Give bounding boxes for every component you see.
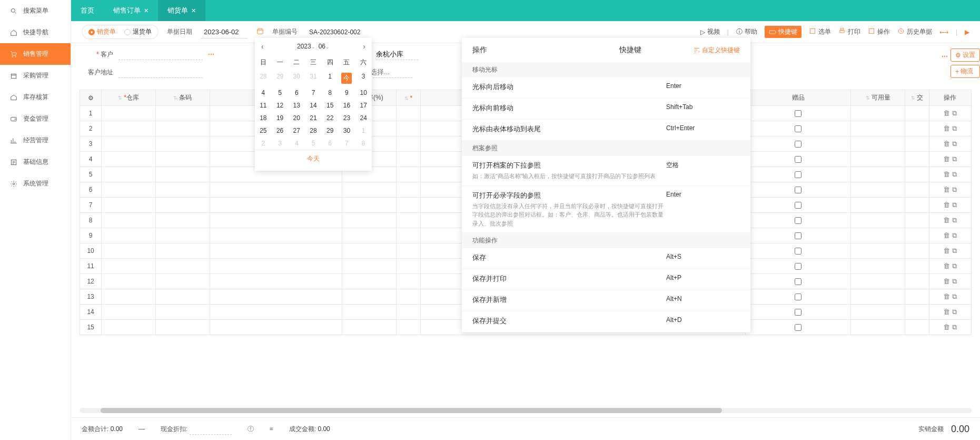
cal-day[interactable]: 15 xyxy=(322,99,339,112)
cal-day[interactable]: 8 xyxy=(322,86,339,99)
col-header[interactable]: 交 xyxy=(917,94,923,101)
close-icon[interactable]: ✕ xyxy=(144,7,149,14)
cal-day[interactable]: 22 xyxy=(322,112,339,124)
help-link[interactable]: ⓘ帮助 xyxy=(736,27,757,36)
cal-day[interactable]: 7 xyxy=(305,86,322,99)
cal-day[interactable]: 28 xyxy=(305,124,322,137)
delete-icon[interactable]: 🗑 xyxy=(943,262,950,270)
gift-checkbox[interactable] xyxy=(795,171,801,178)
cal-day[interactable]: 7 xyxy=(339,137,355,150)
radio-sales[interactable]: 销货单 xyxy=(88,27,116,36)
cal-day[interactable]: 31 xyxy=(305,70,322,86)
cal-today-link[interactable]: 今天 xyxy=(255,150,372,168)
cal-day[interactable]: 26 xyxy=(272,124,289,137)
gift-checkbox[interactable] xyxy=(795,324,801,331)
customer-input[interactable] xyxy=(118,48,203,60)
cal-day[interactable]: 18 xyxy=(255,112,272,124)
delete-icon[interactable]: 🗑 xyxy=(943,247,950,255)
more-form-icon[interactable]: ⋯ xyxy=(942,53,948,60)
shortcut-button[interactable]: 快捷键 xyxy=(765,26,801,38)
gift-checkbox[interactable] xyxy=(795,156,801,163)
video-link[interactable]: ▷视频 xyxy=(700,27,720,36)
cal-day[interactable]: 1 xyxy=(355,124,372,137)
cal-day[interactable]: 5 xyxy=(272,86,289,99)
cal-day[interactable]: 9 xyxy=(339,86,355,99)
warehouse-input[interactable] xyxy=(376,48,418,60)
delete-icon[interactable]: 🗑 xyxy=(943,231,950,239)
copy-icon[interactable]: ⧉ xyxy=(952,109,957,117)
delete-icon[interactable]: 🗑 xyxy=(943,216,950,224)
copy-icon[interactable]: ⧉ xyxy=(952,216,957,224)
history-link[interactable]: 历史单据 xyxy=(897,27,932,36)
project-input[interactable] xyxy=(370,66,412,78)
gift-checkbox[interactable] xyxy=(795,141,801,148)
cal-day[interactable]: 29 xyxy=(322,124,339,137)
col-header[interactable]: 可用量 xyxy=(872,94,890,101)
sidebar-item-finance[interactable]: 资金管理 xyxy=(0,108,71,130)
cal-day[interactable]: 11 xyxy=(255,99,272,112)
delete-icon[interactable]: 🗑 xyxy=(943,308,950,316)
cal-day[interactable]: 2 xyxy=(255,137,272,150)
cal-day[interactable]: 20 xyxy=(288,112,305,124)
cal-prev[interactable]: ‹ xyxy=(261,42,264,51)
discount-input[interactable] xyxy=(190,423,232,435)
cal-year[interactable]: 2023⌄ xyxy=(297,43,315,50)
cal-day[interactable]: 27 xyxy=(288,124,305,137)
cal-day[interactable]: 4 xyxy=(288,137,305,150)
copy-icon[interactable]: ⧉ xyxy=(952,155,957,163)
delete-icon[interactable]: 🗑 xyxy=(943,277,950,285)
address-input[interactable] xyxy=(118,66,203,78)
delete-icon[interactable]: 🗑 xyxy=(943,155,950,163)
sidebar-item-inventory[interactable]: 库存核算 xyxy=(0,86,71,108)
cal-day[interactable]: 24 xyxy=(355,112,372,124)
cal-day[interactable]: 今 xyxy=(339,70,355,86)
fx-icon[interactable]: ⓕ xyxy=(248,425,254,434)
cal-day[interactable]: 10 xyxy=(355,86,372,99)
copy-icon[interactable]: ⧉ xyxy=(952,140,957,148)
col-header[interactable]: 赠品 xyxy=(792,94,805,101)
cal-day[interactable]: 25 xyxy=(255,124,272,137)
gift-checkbox[interactable] xyxy=(795,202,801,209)
cal-day[interactable]: 5 xyxy=(305,137,322,150)
delete-icon[interactable]: 🗑 xyxy=(943,185,950,193)
settings-button[interactable]: ⚙设置 xyxy=(951,48,980,62)
gift-checkbox[interactable] xyxy=(795,309,801,316)
tab-sales-order[interactable]: 销售订单✕ xyxy=(104,0,158,21)
cal-day[interactable]: 28 xyxy=(255,70,272,86)
cal-day[interactable]: 29 xyxy=(272,70,289,86)
copy-icon[interactable]: ⧉ xyxy=(952,292,957,300)
gift-checkbox[interactable] xyxy=(795,263,801,270)
copy-icon[interactable]: ⧉ xyxy=(952,277,957,285)
select-link[interactable]: 选单 xyxy=(809,27,831,36)
play-btn[interactable]: ▶ xyxy=(965,28,969,36)
gift-checkbox[interactable] xyxy=(795,294,801,300)
cal-day[interactable]: 4 xyxy=(255,86,272,99)
gift-checkbox[interactable] xyxy=(795,125,801,132)
sidebar-item-search[interactable]: 搜索菜单 xyxy=(0,0,71,22)
copy-icon[interactable]: ⧉ xyxy=(952,231,957,239)
gift-checkbox[interactable] xyxy=(795,278,801,285)
radio-return[interactable]: 退货单 xyxy=(124,27,152,36)
gift-checkbox[interactable] xyxy=(795,187,801,193)
cal-day[interactable]: 1 xyxy=(322,70,339,86)
col-header[interactable]: 仓库 xyxy=(126,94,139,101)
delete-icon[interactable]: 🗑 xyxy=(943,109,950,117)
sidebar-item-purchase[interactable]: 采购管理 xyxy=(0,65,71,86)
cal-day[interactable]: 30 xyxy=(288,70,305,86)
cal-day[interactable]: 6 xyxy=(322,137,339,150)
logistics-button[interactable]: +物流 xyxy=(951,65,980,78)
gift-checkbox[interactable] xyxy=(795,217,801,224)
delete-icon[interactable]: 🗑 xyxy=(943,124,950,132)
delete-icon[interactable]: 🗑 xyxy=(943,292,950,300)
cal-day[interactable]: 8 xyxy=(355,137,372,150)
cal-day[interactable]: 16 xyxy=(339,99,355,112)
tab-home[interactable]: 首页 xyxy=(71,0,104,21)
copy-icon[interactable]: ⧉ xyxy=(952,170,957,178)
calendar-icon[interactable] xyxy=(256,27,264,36)
copy-icon[interactable]: ⧉ xyxy=(952,201,957,209)
copy-icon[interactable]: ⧉ xyxy=(952,124,957,132)
horizontal-scrollbar[interactable] xyxy=(80,408,972,413)
cal-day[interactable]: 13 xyxy=(288,99,305,112)
cal-day[interactable]: 3 xyxy=(355,70,372,86)
table-row[interactable]: 16 🗑⧉ xyxy=(80,335,972,336)
